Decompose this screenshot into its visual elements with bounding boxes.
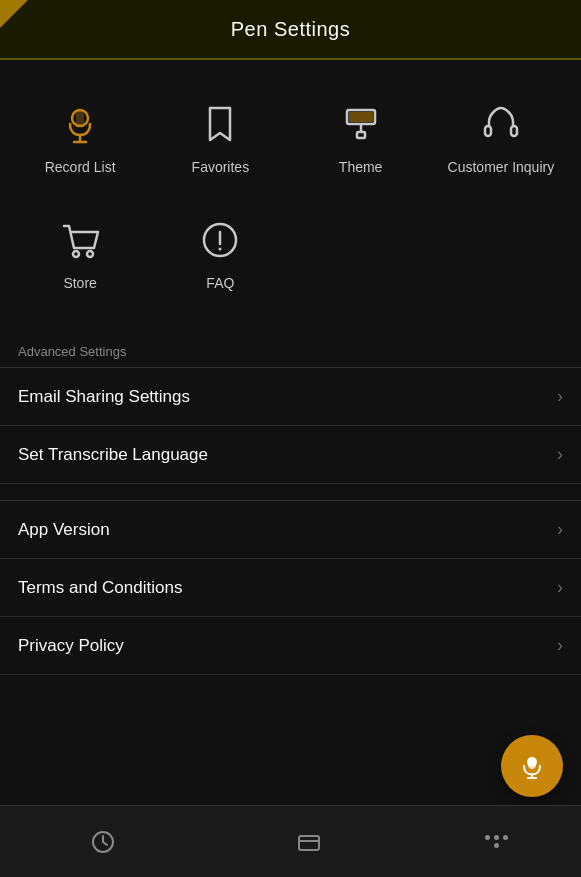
svg-rect-9: [511, 126, 517, 136]
settings-gap: [0, 484, 581, 500]
faq-label: FAQ: [206, 274, 234, 292]
record-list-label: Record List: [45, 158, 116, 176]
settings-group-1: Email Sharing Settings › Set Transcribe …: [0, 367, 581, 484]
email-sharing-chevron: ›: [557, 386, 563, 407]
app-version-chevron: ›: [557, 519, 563, 540]
store-label: Store: [63, 274, 96, 292]
advanced-settings-label: Advanced Settings: [0, 332, 581, 367]
favorites-button[interactable]: Favorites: [150, 90, 290, 196]
email-sharing-label: Email Sharing Settings: [18, 387, 190, 407]
privacy-label: Privacy Policy: [18, 636, 124, 656]
privacy-chevron: ›: [557, 635, 563, 656]
icon-grid-row1: Record List Favorites Theme Customer Inq…: [0, 60, 581, 206]
terms-chevron: ›: [557, 577, 563, 598]
tab-history[interactable]: [73, 822, 133, 862]
terms-item[interactable]: Terms and Conditions ›: [0, 559, 581, 617]
dot-3: [503, 835, 508, 840]
favorites-label: Favorites: [192, 158, 250, 176]
store-button[interactable]: Store: [10, 206, 150, 312]
theme-label: Theme: [339, 158, 383, 176]
corner-decoration: [0, 0, 28, 28]
icon-grid-row2: Store FAQ: [0, 206, 581, 332]
svg-rect-16: [528, 757, 536, 769]
svg-point-10: [73, 251, 79, 257]
header-title: Pen Settings: [231, 18, 350, 41]
svg-rect-1: [76, 110, 84, 126]
dot-1: [485, 835, 490, 840]
transcribe-language-chevron: ›: [557, 444, 563, 465]
record-list-button[interactable]: Record List: [10, 90, 150, 196]
email-sharing-item[interactable]: Email Sharing Settings ›: [0, 368, 581, 426]
tab-home[interactable]: [279, 822, 339, 862]
app-version-item[interactable]: App Version ›: [0, 501, 581, 559]
customer-inquiry-label: Customer Inquiry: [448, 158, 555, 176]
tab-more[interactable]: [485, 835, 508, 848]
svg-point-11: [87, 251, 93, 257]
customer-inquiry-button[interactable]: Customer Inquiry: [431, 90, 571, 196]
theme-button[interactable]: Theme: [291, 90, 431, 196]
transcribe-language-label: Set Transcribe Language: [18, 445, 208, 465]
tab-bar: [0, 805, 581, 877]
svg-rect-20: [299, 836, 319, 850]
svg-rect-5: [349, 112, 373, 122]
app-version-label: App Version: [18, 520, 110, 540]
dot-2: [494, 835, 499, 840]
privacy-item[interactable]: Privacy Policy ›: [0, 617, 581, 675]
terms-label: Terms and Conditions: [18, 578, 182, 598]
settings-group-2: App Version › Terms and Conditions › Pri…: [0, 500, 581, 675]
transcribe-language-item[interactable]: Set Transcribe Language ›: [0, 426, 581, 484]
faq-button[interactable]: FAQ: [150, 206, 290, 312]
svg-rect-7: [357, 132, 365, 138]
svg-point-14: [219, 248, 222, 251]
fab-mic-button[interactable]: [501, 735, 563, 797]
dot-4: [494, 843, 499, 848]
header: Pen Settings: [0, 0, 581, 60]
svg-rect-8: [485, 126, 491, 136]
